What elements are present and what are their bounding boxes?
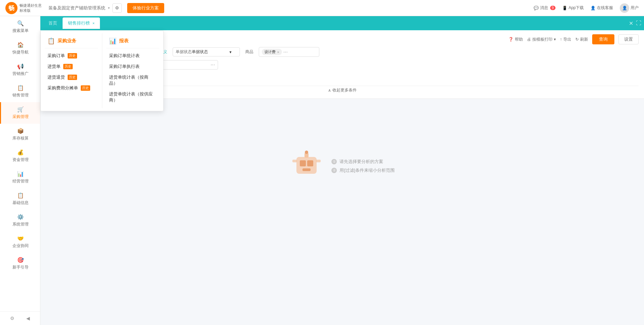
robot-svg (290, 147, 323, 180)
purchase-business-col: 📋 采购业务 采购订单 历史 进货单 历史 进货退货 历史 采购费用分摊单 历史 (41, 33, 102, 108)
print-dropdown-icon: ▾ (554, 37, 556, 42)
basic-info-icon: 📋 (17, 192, 24, 199)
sidebar-collapse-btn[interactable]: ◀ (26, 316, 30, 321)
empty-tips: ① 请先选择要分析的方案 ② 用[过滤]条件来缩小分析范围 (331, 157, 394, 175)
sidebar-settings-btn[interactable]: ⚙ (10, 316, 14, 321)
svg-rect-1 (300, 160, 306, 166)
sidebar-item-inventory[interactable]: 📦 库存核算 (0, 124, 40, 145)
empty-robot-icon (290, 147, 323, 185)
purchase-dropdown-menu: 📋 采购业务 采购订单 历史 进货单 历史 进货退货 历史 采购费用分摊单 历史… (40, 30, 164, 111)
industry-btn[interactable]: 体验行业方案 (127, 3, 164, 13)
sidebar-item-cooperation[interactable]: 🤝 企业协同 (0, 231, 40, 253)
dropdown-item-purchase-order[interactable]: 采购订单 历史 (45, 50, 98, 61)
system-title-dropdown[interactable]: ▾ (108, 6, 110, 10)
tab-close-btn[interactable]: × (93, 21, 95, 25)
refresh-btn[interactable]: ↻ 刷新 (575, 37, 588, 42)
sidebar: 🔍 搜索菜单 🏠 快捷导航 📢 营销推广 📋 销售管理 🛒 采购管理 📦 库存核… (0, 16, 40, 325)
report-header: 📊 报表 (106, 36, 159, 48)
app-download-btn[interactable]: 📱 App下载 (562, 5, 584, 11)
print-icon: 🖨 (527, 37, 531, 42)
product-more-btn[interactable]: ··· (283, 49, 288, 55)
salesperson-more-btn[interactable]: ··· (211, 62, 215, 68)
product-input-area[interactable]: 设计费 × ··· (259, 47, 319, 57)
report-col: 📊 报表 采购订单统计表 采购订单执行表 进货单统计表（按商品） 进货单统计表（… (102, 33, 164, 108)
sidebar-item-search[interactable]: 🔍 搜索菜单 (0, 16, 40, 38)
export-btn[interactable]: ↑ 导出 (560, 37, 571, 42)
purchase-icon: 🛒 (17, 106, 24, 113)
dropdown-item-inbound[interactable]: 进货单 历史 (45, 61, 98, 72)
settings-btn[interactable]: 设置 (618, 34, 639, 44)
sidebar-item-finance[interactable]: 💰 资金管理 (0, 145, 40, 167)
product-tag-remove[interactable]: × (277, 50, 279, 54)
sidebar-item-system[interactable]: ⚙️ 系统管理 (0, 210, 40, 231)
svg-rect-6 (292, 160, 297, 162)
tab-close-all-btn[interactable]: ✕ (629, 20, 633, 27)
purchase-header-icon: 📋 (47, 37, 55, 45)
logo-icon: 畅 (5, 2, 17, 14)
sidebar-item-purchase[interactable]: 🛒 采购管理 (0, 102, 40, 124)
history-tag-2: 历史 (63, 64, 73, 69)
sidebar-item-sales[interactable]: 📋 销售管理 (0, 81, 40, 102)
empty-state: ① 请先选择要分析的方案 ② 用[过滤]条件来缩小分析范围 (40, 99, 644, 233)
inventory-icon: 📦 (17, 128, 24, 134)
tab-home[interactable]: 首页 (43, 17, 63, 29)
service-icon: 👤 (591, 6, 596, 10)
svg-rect-3 (302, 168, 311, 171)
message-btn[interactable]: 💬 消息 9 (534, 5, 556, 11)
tab-bar: 首页 销售排行榜 × ✕ ⛶ (40, 16, 644, 30)
doc-status-arrow: ▾ (229, 50, 231, 54)
dropdown-item-inbound-stat-supplier[interactable]: 进货单统计表（按供应商） (106, 89, 159, 106)
gear-button[interactable]: ⚙ (112, 3, 122, 13)
message-badge: 9 (550, 6, 556, 10)
system-title-area: 装备及固定资产辅助管理系统 ▾ ⚙ 体验行业方案 (46, 3, 534, 13)
sales-icon: 📋 (17, 85, 24, 91)
sidebar-item-basic-info[interactable]: 📋 基础信息 (0, 188, 40, 210)
user-btn[interactable]: 👤 用户 (620, 3, 639, 13)
top-bar: 畅 畅捷通好生意 标准版 装备及固定资产辅助管理系统 ▾ ⚙ 体验行业方案 💬 … (0, 0, 644, 16)
search-icon: 🔍 (17, 20, 24, 27)
dropdown-item-order-exec[interactable]: 采购订单执行表 (106, 61, 159, 72)
export-icon: ↑ (560, 37, 562, 42)
salesperson-input[interactable]: ··· (157, 60, 218, 70)
tab-expand-btn[interactable]: ⛶ (636, 20, 641, 26)
sidebar-item-quick-nav[interactable]: 🏠 快捷导航 (0, 38, 40, 59)
sidebar-bottom: ⚙ ◀ (0, 311, 40, 325)
guide-icon: 🎯 (17, 257, 24, 263)
svg-rect-2 (307, 160, 313, 166)
marketing-icon: 📢 (17, 63, 24, 70)
cooperation-icon: 🤝 (17, 235, 24, 242)
dropdown-item-inbound-stat-product[interactable]: 进货单统计表（按商品） (106, 72, 159, 89)
tab-right-buttons: ✕ ⛶ (629, 20, 641, 27)
doc-status-select[interactable]: 单据状态 单据状态 ▾ (173, 47, 240, 56)
dropdown-item-order-stat[interactable]: 采购订单统计表 (106, 50, 159, 61)
message-icon: 💬 (534, 6, 539, 10)
history-tag-1: 历史 (68, 53, 77, 58)
home-icon: 🏠 (17, 42, 24, 48)
dropdown-item-cost-alloc[interactable]: 采购费用分摊单 历史 (45, 83, 98, 93)
product-tag-design: 设计费 × (262, 49, 282, 55)
query-btn[interactable]: 查询 (592, 34, 614, 44)
product-label: 商品 (245, 49, 253, 55)
help-btn[interactable]: ❓ 帮助 (508, 37, 523, 42)
sidebar-item-marketing[interactable]: 📢 营销推广 (0, 59, 40, 81)
svg-rect-0 (296, 157, 317, 174)
help-icon: ❓ (508, 37, 513, 42)
finance-icon: 💰 (17, 149, 24, 156)
history-tag-4: 历史 (81, 85, 90, 91)
collapse-chevron-icon: ∧ (328, 88, 331, 93)
sidebar-item-guide[interactable]: 🎯 新手引导 (0, 253, 40, 274)
empty-tip-1: ① 请先选择要分析的方案 (331, 157, 394, 166)
system-title-text: 装备及固定资产辅助管理系统 (48, 5, 105, 11)
logo-area: 畅 畅捷通好生意 标准版 (5, 2, 46, 14)
dropdown-item-return[interactable]: 进货退货 历史 (45, 72, 98, 83)
refresh-icon: ↻ (575, 37, 579, 42)
logo-text: 畅捷通好生意 标准版 (20, 3, 42, 13)
print-btn[interactable]: 🖨 按模板打印 ▾ (527, 37, 556, 42)
system-icon: ⚙️ (17, 214, 24, 220)
online-service-btn[interactable]: 👤 在线客服 (591, 5, 613, 11)
svg-rect-7 (316, 160, 321, 162)
tab-sales-rank[interactable]: 销售排行榜 × (63, 17, 100, 29)
sidebar-item-operations[interactable]: 📊 经营管理 (0, 167, 40, 188)
operations-icon: 📊 (17, 171, 24, 177)
empty-content: ① 请先选择要分析的方案 ② 用[过滤]条件来缩小分析范围 (290, 147, 394, 185)
